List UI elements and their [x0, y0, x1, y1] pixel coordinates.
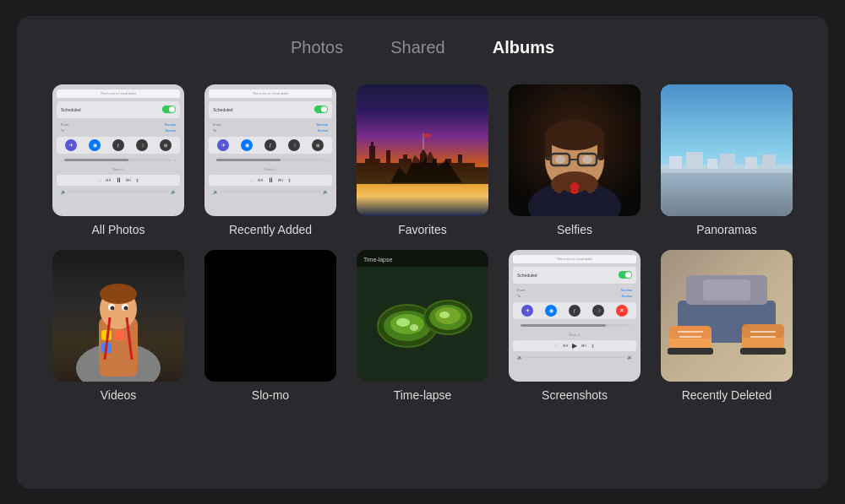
album-thumb-recently-added: There are no local tasks Scheduled From …: [204, 84, 336, 216]
album-screenshots[interactable]: There are no local tasks Scheduled From …: [507, 250, 642, 402]
svg-point-50: [439, 312, 450, 318]
svg-rect-25: [745, 157, 757, 169]
album-recently-added[interactable]: There are no local tasks Scheduled From …: [203, 84, 338, 236]
albums-grid: There are no local tasks Scheduled From …: [51, 84, 794, 402]
album-label-screenshots: Screenshots: [542, 388, 608, 402]
photo-timelapse: Time-lapse: [357, 250, 488, 382]
album-label-selfies: Selfies: [557, 223, 592, 236]
photo-panorama: [661, 84, 793, 216]
svg-point-45: [396, 318, 410, 327]
svg-point-31: [100, 284, 137, 304]
ios-screenshot-recently-added: There are no local tasks Scheduled From …: [204, 84, 336, 216]
album-recently-deleted[interactable]: Recently Deleted: [659, 250, 794, 402]
svg-rect-24: [720, 154, 735, 169]
album-label-recently-added: Recently Added: [229, 223, 312, 236]
svg-rect-58: [742, 324, 784, 338]
svg-point-16: [555, 155, 565, 164]
album-label-all-photos: All Photos: [91, 223, 144, 236]
svg-rect-22: [686, 152, 703, 169]
photo-selfie: [509, 84, 641, 216]
svg-text:Time-lapse: Time-lapse: [363, 257, 392, 263]
album-thumb-slo-mo: [204, 250, 336, 382]
svg-point-40: [124, 306, 128, 310]
album-label-panoramas: Panoramas: [696, 223, 757, 236]
svg-rect-66: [703, 279, 750, 301]
album-label-time-lapse: Time-lapse: [394, 388, 452, 402]
svg-point-46: [410, 324, 418, 331]
photo-shoes: [661, 250, 793, 382]
ios-screenshot-all-photos: There are no local tasks Scheduled From …: [52, 84, 184, 216]
tab-shared[interactable]: Shared: [384, 35, 452, 61]
album-label-favorites: Favorites: [398, 223, 447, 236]
album-thumb-recently-deleted: [661, 250, 793, 382]
album-thumb-selfies: [509, 84, 641, 216]
album-all-photos[interactable]: There are no local tasks Scheduled From …: [51, 84, 186, 236]
album-thumb-time-lapse: Time-lapse: [357, 250, 488, 382]
svg-rect-9: [597, 135, 604, 160]
svg-rect-59: [668, 348, 713, 355]
album-time-lapse[interactable]: Time-lapse Time-lapse: [355, 250, 490, 402]
svg-point-39: [111, 306, 115, 310]
album-label-videos: Videos: [101, 388, 137, 402]
svg-point-17: [582, 155, 592, 164]
photo-child: [52, 250, 184, 382]
tab-albums[interactable]: Albums: [486, 35, 561, 61]
album-thumb-videos: [52, 250, 184, 382]
ios-screenshot-screenshots: There are no local tasks Scheduled From …: [509, 250, 641, 382]
album-favorites[interactable]: Favorites: [355, 84, 490, 236]
album-selfies[interactable]: Selfies: [507, 84, 642, 236]
svg-rect-23: [707, 159, 717, 169]
photo-sunset: [357, 84, 488, 216]
svg-rect-19: [661, 169, 793, 216]
svg-rect-26: [762, 154, 776, 169]
album-thumb-favorites: [357, 84, 488, 216]
album-label-slo-mo: Slo-mo: [252, 388, 289, 402]
tab-photos[interactable]: Photos: [284, 35, 350, 61]
photo-black: [204, 250, 336, 382]
svg-rect-1: [423, 133, 430, 138]
album-thumb-screenshots: There are no local tasks Scheduled From …: [509, 250, 641, 382]
album-label-recently-deleted: Recently Deleted: [682, 388, 772, 402]
album-thumb-panoramas: [661, 84, 793, 216]
album-slo-mo[interactable]: Slo-mo: [203, 250, 338, 402]
svg-rect-60: [740, 348, 786, 355]
svg-point-7: [545, 120, 604, 150]
album-thumb-all-photos: There are no local tasks Scheduled From …: [52, 84, 184, 216]
svg-rect-21: [669, 156, 682, 169]
svg-rect-33: [114, 330, 124, 340]
album-panoramas[interactable]: Panoramas: [659, 84, 794, 236]
album-videos[interactable]: Videos: [51, 250, 186, 402]
tab-bar: Photos Shared Albums: [17, 16, 828, 76]
tv-frame: Photos Shared Albums There are no local …: [17, 16, 828, 489]
content-area: There are no local tasks Scheduled From …: [17, 76, 828, 489]
